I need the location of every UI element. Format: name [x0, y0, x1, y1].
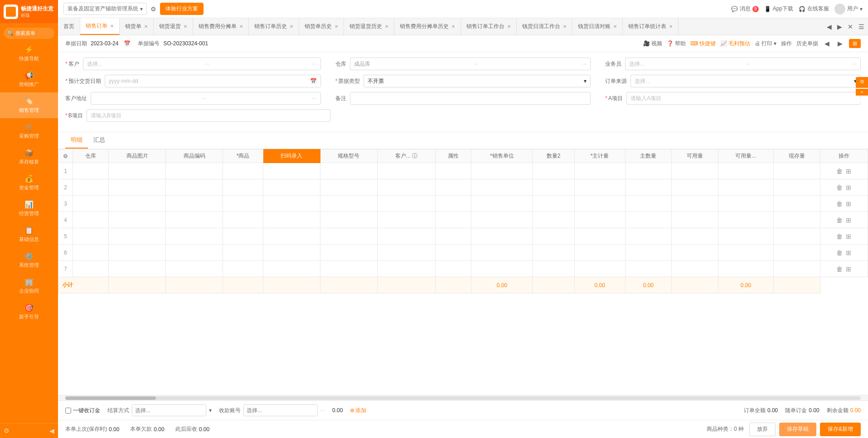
row-5-attr[interactable]: [436, 228, 471, 245]
row-6-main-unit[interactable]: [574, 245, 625, 261]
tab-cash-workbench-close[interactable]: ✕: [563, 24, 567, 29]
system-selector[interactable]: 装备及固定资产辅助管理系统 ▾: [63, 3, 147, 15]
row-2-unit[interactable]: [471, 179, 533, 196]
b-project-input[interactable]: 请输入B项目: [87, 109, 330, 122]
row-5-main-unit[interactable]: [574, 228, 625, 245]
row-5-code[interactable]: [166, 228, 223, 245]
add-material-button[interactable]: +物料: [856, 89, 868, 95]
row-7-qty2[interactable]: [533, 261, 574, 277]
row-7-spec[interactable]: [320, 261, 377, 277]
print-action[interactable]: 🖨 打印 ▾: [755, 40, 776, 48]
tab-cash-workbench[interactable]: 钱货日清工作台 ✕: [517, 18, 572, 35]
row-5-scan[interactable]: [263, 228, 320, 245]
row-3-attr[interactable]: [436, 196, 471, 212]
row-6-copy-btn[interactable]: ⊞: [845, 248, 852, 257]
row-5-main-qty[interactable]: [625, 228, 672, 245]
row-6-delete-btn[interactable]: 🗑: [835, 248, 844, 257]
sidebar-item-purchase[interactable]: 🛒 采购管理: [0, 118, 58, 144]
row-3-copy-btn[interactable]: ⊞: [845, 199, 852, 208]
delivery-input[interactable]: yyyy-mm-dd 📅: [105, 75, 321, 87]
row-1-delete-btn[interactable]: 🗑: [835, 167, 844, 176]
th-scan[interactable]: 扫码录入: [263, 149, 320, 163]
search-menu-button[interactable]: 🔍 搜索菜单: [4, 28, 54, 39]
collapse-icon[interactable]: ◀: [49, 427, 54, 434]
row-2-warehouse[interactable]: [73, 179, 109, 196]
row-7-warehouse[interactable]: [73, 261, 109, 277]
row-4-attr[interactable]: [436, 212, 471, 228]
row-3-unit[interactable]: [471, 196, 533, 212]
save-new-button[interactable]: 保存&新增: [820, 423, 861, 436]
sidebar-item-basic-info[interactable]: 📋 基础信息: [0, 221, 58, 247]
solution-button[interactable]: 体验行业方案: [160, 3, 204, 15]
row-4-unit[interactable]: [471, 212, 533, 228]
row-1-main-qty[interactable]: [625, 163, 672, 179]
app-download-button[interactable]: 📱 App下载: [764, 5, 793, 13]
tab-sales-return[interactable]: 销货退货 ✕: [154, 18, 193, 35]
row-1-main-unit[interactable]: [574, 163, 625, 179]
receipt-input[interactable]: [243, 404, 318, 416]
row-6-attr[interactable]: [436, 245, 471, 261]
row-7-code[interactable]: [166, 261, 223, 277]
tab-prev-button[interactable]: ◀: [825, 22, 834, 31]
tab-goods-history[interactable]: 销货单历史 ✕: [299, 18, 344, 35]
row-3-product[interactable]: [223, 196, 263, 212]
operation-action[interactable]: 操作: [781, 40, 792, 48]
row-1-unit[interactable]: [471, 163, 533, 179]
row-6-customer[interactable]: [377, 245, 436, 261]
sidebar-item-finance[interactable]: 💰 资金管理: [0, 170, 58, 196]
tab-home[interactable]: 首页: [58, 18, 80, 35]
row-1-copy-btn[interactable]: ⊞: [845, 167, 852, 176]
row-7-customer[interactable]: [377, 261, 436, 277]
row-3-delete-btn[interactable]: 🗑: [835, 199, 844, 208]
settings-gear-icon[interactable]: ⚙: [150, 5, 156, 13]
tab-sales-fee[interactable]: 销售费用分摊单 ✕: [193, 18, 249, 35]
sidebar-item-sales[interactable]: 🏷️ 销售管理: [0, 92, 58, 118]
row-4-main-unit[interactable]: [574, 212, 625, 228]
tab-sales-history-close[interactable]: ✕: [290, 24, 293, 29]
tab-sales-fee-close[interactable]: ✕: [239, 24, 243, 29]
tab-return-history-close[interactable]: ✕: [385, 24, 388, 29]
row-7-attr[interactable]: [436, 261, 471, 277]
row-1-spec[interactable]: [320, 163, 377, 179]
row-4-scan[interactable]: [263, 212, 320, 228]
row-2-copy-btn[interactable]: ⊞: [845, 183, 852, 192]
row-1-warehouse[interactable]: [73, 163, 109, 179]
row-6-spec[interactable]: [320, 245, 377, 261]
row-2-scan[interactable]: [263, 179, 320, 196]
row-4-warehouse[interactable]: [73, 212, 109, 228]
row-2-qty2[interactable]: [533, 179, 574, 196]
row-5-qty2[interactable]: [533, 228, 574, 245]
sidebar-item-operations[interactable]: 📊 经营管理: [0, 196, 58, 221]
settings-button[interactable]: ⚙ 设置: [856, 77, 868, 88]
messages-button[interactable]: 💬 消息 9: [731, 5, 759, 13]
row-3-code[interactable]: [166, 196, 223, 212]
online-service-button[interactable]: 🎧 在线客服: [799, 5, 829, 13]
tab-fee-history[interactable]: 销售费用分摊单历史 ✕: [394, 18, 461, 35]
sidebar-item-marketing[interactable]: 📢 营销推广: [0, 67, 58, 92]
row-7-copy-btn[interactable]: ⊞: [845, 265, 852, 274]
tab-sales-order[interactable]: 销售订单 ✕: [80, 18, 120, 35]
row-2-customer[interactable]: [377, 179, 436, 196]
row-7-unit[interactable]: [471, 261, 533, 277]
tab-close-all-button[interactable]: ✕: [846, 22, 855, 31]
row-4-copy-btn[interactable]: ⊞: [845, 216, 852, 225]
shortcut-action[interactable]: ⌨ 快捷键: [690, 40, 716, 48]
one-click-checkout-checkbox[interactable]: [65, 408, 71, 414]
row-1-scan[interactable]: [263, 163, 320, 179]
row-7-main-unit[interactable]: [574, 261, 625, 277]
add-button[interactable]: ⊕ 添加: [350, 407, 366, 414]
row-3-scan[interactable]: [263, 196, 320, 212]
sidebar-item-enterprise[interactable]: 🏢 企业协同: [0, 273, 58, 299]
row-4-qty2[interactable]: [533, 212, 574, 228]
row-4-spec[interactable]: [320, 212, 377, 228]
row-2-main-qty[interactable]: [625, 179, 672, 196]
tab-cash-reconcile[interactable]: 钱货日清对账 ✕: [572, 18, 623, 35]
tab-sales-order-close[interactable]: ✕: [110, 24, 114, 29]
address-input[interactable]: ···: [91, 92, 321, 105]
row-2-delete-btn[interactable]: 🗑: [835, 183, 844, 192]
row-6-code[interactable]: [166, 245, 223, 261]
row-6-scan[interactable]: [263, 245, 320, 261]
sidebar-item-guide[interactable]: 🎯 新手引导: [0, 299, 58, 325]
order-source-select[interactable]: 选择... ▾: [630, 75, 861, 87]
settlement-input[interactable]: [132, 404, 206, 416]
